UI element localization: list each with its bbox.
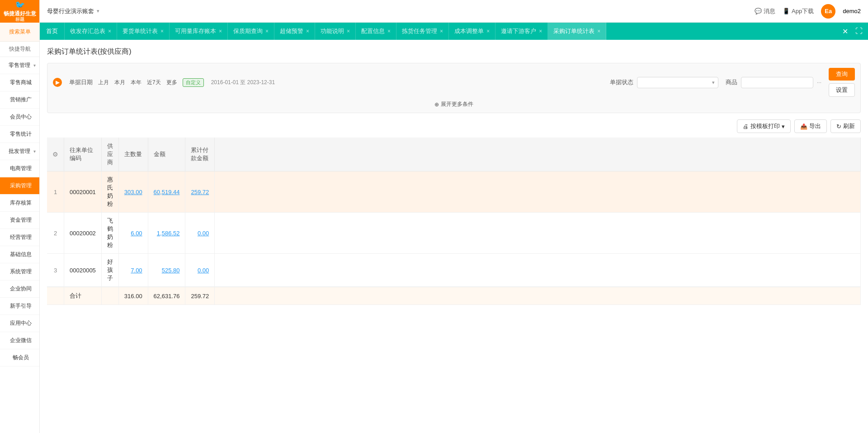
settings-button[interactable]: 设置 [829, 83, 855, 97]
sidebar-label: 新手引导 [5, 302, 36, 310]
tab-order-summary[interactable]: 要货单统计表× [117, 23, 170, 40]
query-button[interactable]: 查询 [829, 68, 855, 81]
row-paid[interactable]: 259.72 [185, 171, 215, 213]
row-amount[interactable]: 525.80 [148, 254, 185, 287]
tab-close-button[interactable]: × [387, 28, 391, 34]
export-icon: 📤 [800, 123, 807, 130]
sidebar-item-marketing[interactable]: 营销推广 [0, 91, 39, 109]
tab-receive-summary[interactable]: 收发存汇总表× [65, 23, 117, 40]
tab-close-button[interactable]: × [108, 28, 111, 34]
status-select[interactable] [637, 77, 718, 88]
sidebar-item-system[interactable]: 系统管理 [0, 263, 39, 281]
row-index: 2 [47, 213, 64, 254]
sidebar-label: 企业微信 [5, 337, 36, 344]
sidebar-item-purchase[interactable]: 采购管理 [0, 177, 39, 195]
sidebar-item-appcenter[interactable]: 应用中心 [0, 315, 39, 332]
row-qty[interactable]: 303.00 [118, 171, 148, 213]
tab-close-button[interactable]: × [265, 28, 269, 34]
sidebar-expand-icon: ▾ [33, 149, 36, 154]
row-amount[interactable]: 1,586.52 [148, 213, 185, 254]
goods-input[interactable] [741, 77, 813, 88]
tab-purchase-summary[interactable]: 采购订单统计表× [548, 23, 606, 40]
tab-close-button[interactable]: × [347, 28, 350, 34]
tab-home[interactable]: 首页 [40, 23, 65, 40]
sidebar-item-ecommerce[interactable]: 电商管理 [0, 160, 39, 177]
sidebar-item-inventory[interactable]: 库存核算 [0, 195, 39, 212]
row-extra [215, 254, 861, 287]
quick-nav-item[interactable]: 快捷导航 [0, 42, 39, 57]
tab-func-desc[interactable]: 功能说明× [315, 23, 356, 40]
custom-date-tag[interactable]: 自定义 [183, 78, 204, 87]
tab-close-button[interactable]: × [160, 28, 164, 34]
avatar[interactable]: Ea [821, 4, 835, 19]
column-settings-icon[interactable]: ⚙ [52, 151, 58, 158]
tab-close-button[interactable]: × [597, 28, 600, 34]
template-print-button[interactable]: 🖨 按模板打印 ▾ [737, 119, 791, 133]
export-button[interactable]: 📤 导出 [794, 119, 827, 133]
sidebar-item-basic[interactable]: 基础信息 [0, 246, 39, 263]
tab-label: 收发存汇总表 [70, 27, 105, 35]
tab-pickup-task[interactable]: 拣货任务管理× [396, 23, 449, 40]
sidebar: 🐦 畅捷通好生意 标题 搜索菜单 快捷导航 零售管理▾零售商城营销推广会员中心零… [0, 0, 40, 433]
tab-overstock[interactable]: 超储预警× [274, 23, 315, 40]
tab-maximize-button[interactable]: ⛶ [854, 27, 864, 35]
sidebar-item-retail-shop[interactable]: 零售商城 [0, 74, 39, 91]
col-extra [215, 138, 861, 171]
footer-row: 合计 316.00 62,631.76 259.72 [47, 287, 861, 305]
message-icon: 💬 [755, 8, 762, 14]
tab-close-button[interactable]: × [306, 28, 309, 34]
template-arrow-icon: ▾ [782, 123, 785, 130]
tab-invite-downstream[interactable]: 邀请下游客户× [495, 23, 548, 40]
tab-inventory-ledger[interactable]: 可用量库存账本× [170, 23, 228, 40]
col-settings[interactable]: ⚙ [47, 138, 64, 171]
tab-close-button[interactable]: × [486, 28, 490, 34]
footer-extra [215, 287, 861, 305]
sidebar-item-member[interactable]: 会员中心 [0, 109, 39, 126]
sidebar-item-retail[interactable]: 零售管理▾ [0, 57, 39, 74]
sidebar-item-finance[interactable]: 资金管理 [0, 212, 39, 229]
tab-cost-adjust[interactable]: 成本调整单× [449, 23, 495, 40]
row-qty[interactable]: 7.00 [118, 254, 148, 287]
date-option-更多[interactable]: 更多 [165, 78, 179, 87]
tab-close-button[interactable]: × [219, 28, 222, 34]
sidebar-label: 零售商城 [5, 79, 36, 86]
tab-close-all-button[interactable]: ✕ [840, 27, 850, 36]
refresh-button[interactable]: ↻ 刷新 [830, 119, 861, 133]
tab-label: 保质期查询 [233, 27, 263, 35]
logo-subtitle: 标题 [15, 17, 24, 22]
sidebar-search-area[interactable]: 搜索菜单 [0, 23, 39, 42]
date-label: 单据日期 [69, 78, 93, 86]
date-option-本月[interactable]: 本月 [113, 78, 127, 87]
expand-more-button[interactable]: ⊕ 展开更多条件 [434, 100, 473, 108]
tab-expiry-query[interactable]: 保质期查询× [228, 23, 274, 40]
sidebar-nav: 零售管理▾零售商城营销推广会员中心零售统计批发管理▾电商管理采购管理库存核算资金… [0, 57, 39, 366]
date-option-本年[interactable]: 本年 [129, 78, 143, 87]
sidebar-item-newguide[interactable]: 新手引导 [0, 298, 39, 315]
row-paid[interactable]: 0.00 [185, 254, 215, 287]
row-code: 00020005 [64, 254, 102, 287]
tab-label: 超储预警 [280, 27, 303, 35]
search-menu-button[interactable]: 搜索菜单 [3, 26, 37, 38]
goods-more-button[interactable]: ··· [817, 79, 821, 86]
filter-toggle-button[interactable]: ▶ [53, 78, 62, 87]
col-qty: 主数量 [118, 138, 148, 171]
sidebar-item-ops[interactable]: 经营管理 [0, 229, 39, 246]
date-option-近7天[interactable]: 近7天 [145, 78, 163, 87]
workspace-selector[interactable]: 母婴行业演示账套 ▾ [47, 7, 99, 15]
row-amount[interactable]: 60,519.44 [148, 171, 185, 213]
app-download-button[interactable]: 📱 App下载 [783, 7, 814, 15]
date-option-上月[interactable]: 上月 [96, 78, 111, 87]
sidebar-item-retail-stats[interactable]: 零售统计 [0, 126, 39, 143]
sidebar-item-corp[interactable]: 企业协同 [0, 281, 39, 298]
tab-close-button[interactable]: × [440, 28, 443, 34]
sidebar-label: 零售统计 [5, 130, 36, 138]
row-paid[interactable]: 0.00 [185, 213, 215, 254]
tab-close-button[interactable]: × [539, 28, 542, 34]
sidebar-item-member2[interactable]: 畅会员 [0, 349, 39, 366]
sidebar-item-wholesale[interactable]: 批发管理▾ [0, 143, 39, 160]
message-button[interactable]: 💬 消息 [755, 7, 775, 15]
sidebar-item-wechat[interactable]: 企业微信 [0, 332, 39, 349]
row-qty[interactable]: 6.00 [118, 213, 148, 254]
tab-config-info[interactable]: 配置信息× [356, 23, 396, 40]
sidebar-label: 库存核算 [5, 199, 36, 207]
